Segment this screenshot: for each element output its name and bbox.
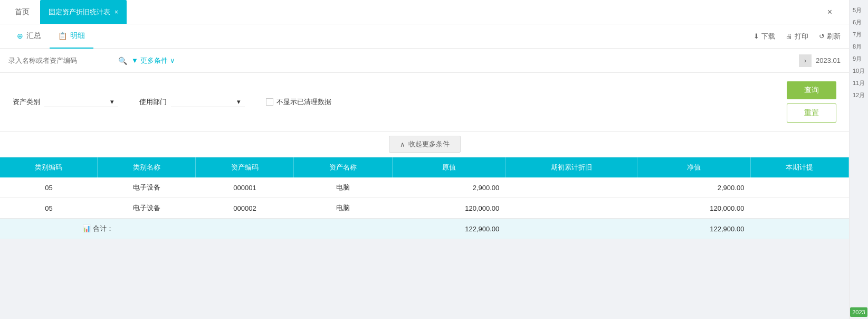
cell-initial-depreciation [505, 198, 637, 219]
detail-icon: 📋 [58, 32, 67, 40]
sidebar-month-item[interactable]: 7月 [852, 29, 866, 41]
department-label: 使用部门 [139, 97, 167, 107]
cell-asset-code: 000001 [196, 177, 294, 198]
cell-net-value: 2,900.00 [637, 177, 750, 198]
cell-original-value: 2,900.00 [392, 177, 505, 198]
refresh-button[interactable]: ↺ 刷新 [819, 32, 841, 41]
col-asset-code: 资产编码 [196, 157, 294, 177]
toolbar-tabs: ⊕ 汇总 📋 明细 ⬇ 下载 🖨 打印 ↺ 刷新 [0, 24, 849, 49]
cell-asset-code: 000002 [196, 198, 294, 219]
top-nav: 首页 固定资产折旧统计表 × × [0, 0, 849, 24]
sidebar-month-item[interactable]: 8月 [852, 41, 866, 53]
col-asset-name: 资产名称 [294, 157, 392, 177]
sidebar-month-item[interactable]: 9月 [852, 53, 866, 65]
cell-category-code: 05 [0, 198, 98, 219]
date-label: 2023.01 [816, 57, 841, 64]
tab-label: 固定资产折旧统计表 [49, 7, 110, 17]
tab-close-button[interactable]: × [115, 8, 118, 16]
cell-period-depreciation [750, 177, 848, 198]
active-tab: 固定资产折旧统计表 × [40, 0, 127, 24]
table-header-row: 类别编码 类别名称 资产编码 资产名称 原值 期初累计折旧 净值 本期计提 [0, 157, 849, 177]
cell-category-name: 电子设备 [98, 198, 196, 219]
total-icon: 📊 [82, 224, 91, 232]
right-sidebar: 5月6月7月8月9月10月11月12月 2023 [849, 0, 868, 319]
filter-buttons: 查询 重置 [787, 81, 836, 123]
sidebar-month-item[interactable]: 5月 [852, 4, 866, 16]
col-initial-depreciation: 期初累计折旧 [505, 157, 637, 177]
col-original-value: 原值 [392, 157, 505, 177]
search-icon: 🔍 [118, 57, 127, 65]
year-badge[interactable]: 2023 [850, 307, 867, 317]
refresh-icon: ↺ [819, 32, 825, 40]
table-row: 05 电子设备 000002 电脑 120,000.00 120,000.00 [0, 198, 849, 219]
print-button[interactable]: 🖨 打印 [786, 32, 808, 41]
col-category-code: 类别编码 [0, 157, 98, 177]
filter-icon: ▼ [131, 57, 138, 64]
toolbar-right: ⬇ 下载 🖨 打印 ↺ 刷新 [753, 32, 841, 41]
cell-category-code: 05 [0, 177, 98, 198]
query-button[interactable]: 查询 [787, 81, 836, 99]
total-initial-depreciation [505, 219, 637, 239]
cell-initial-depreciation [505, 177, 637, 198]
home-link[interactable]: 首页 [8, 7, 36, 17]
download-button[interactable]: ⬇ 下载 [753, 32, 775, 41]
department-chevron-icon: ▾ [237, 98, 241, 106]
col-period-depreciation: 本期计提 [750, 157, 848, 177]
department-select[interactable]: ▾ [171, 97, 245, 107]
window-close-button[interactable]: × [827, 7, 832, 16]
sidebar-expand-button[interactable]: › [799, 54, 812, 67]
col-net-value: 净值 [637, 157, 750, 177]
collapse-icon: ∧ [400, 140, 405, 148]
total-period-depreciation [750, 219, 848, 239]
summary-icon: ⊕ [17, 32, 23, 40]
reset-button[interactable]: 重置 [787, 104, 836, 123]
total-original-value: 122,900.00 [392, 219, 505, 239]
hide-cleared-label: 不显示已清理数据 [276, 97, 331, 107]
hide-cleared-checkbox[interactable]: 不显示已清理数据 [266, 97, 331, 107]
print-icon: 🖨 [786, 32, 793, 40]
download-icon: ⬇ [753, 32, 759, 40]
tab-summary[interactable]: ⊕ 汇总 [8, 24, 50, 49]
sidebar-month-item[interactable]: 6月 [852, 16, 866, 29]
search-bar: 🔍 ▼ 更多条件 ∨ › 2023.01 [0, 49, 849, 73]
asset-type-label: 资产类别 [13, 97, 40, 107]
sidebar-month-item[interactable]: 12月 [852, 89, 866, 101]
search-input[interactable] [8, 57, 114, 64]
checkbox-icon[interactable] [266, 98, 273, 106]
cell-net-value: 120,000.00 [637, 198, 750, 219]
tab-detail[interactable]: 📋 明细 [50, 24, 93, 49]
table-row: 05 电子设备 000001 电脑 2,900.00 2,900.00 [0, 177, 849, 198]
total-label: 📊合计： [0, 219, 196, 239]
sidebar-month-item[interactable]: 11月 [852, 77, 866, 89]
cell-asset-name: 电脑 [294, 177, 392, 198]
total-row: 📊合计： 122,900.00 122,900.00 [0, 219, 849, 239]
total-net-value: 122,900.00 [637, 219, 750, 239]
cell-period-depreciation [750, 198, 848, 219]
cell-original-value: 120,000.00 [392, 198, 505, 219]
cell-category-name: 电子设备 [98, 177, 196, 198]
sidebar-month-item[interactable]: 10月 [852, 65, 866, 77]
filter-area: 资产类别 ▾ 使用部门 ▾ 不显示已清理数据 查询 重置 [0, 73, 849, 132]
more-conditions-button[interactable]: ▼ 更多条件 ∨ [131, 56, 175, 65]
collapse-button[interactable]: ∧ 收起更多条件 [389, 136, 461, 153]
data-table: 类别编码 类别名称 资产编码 资产名称 原值 期初累计折旧 净值 本期计提 05… [0, 157, 849, 239]
department-filter: 使用部门 ▾ [139, 97, 245, 107]
chevron-down-icon: ∨ [170, 57, 175, 64]
collapse-bar: ∧ 收起更多条件 [0, 132, 849, 157]
col-category-name: 类别名称 [98, 157, 196, 177]
asset-type-chevron-icon: ▾ [110, 98, 114, 106]
asset-type-filter: 资产类别 ▾ [13, 97, 118, 107]
asset-type-select[interactable]: ▾ [44, 97, 118, 107]
data-table-container: 类别编码 类别名称 资产编码 资产名称 原值 期初累计折旧 净值 本期计提 05… [0, 157, 849, 319]
cell-asset-name: 电脑 [294, 198, 392, 219]
